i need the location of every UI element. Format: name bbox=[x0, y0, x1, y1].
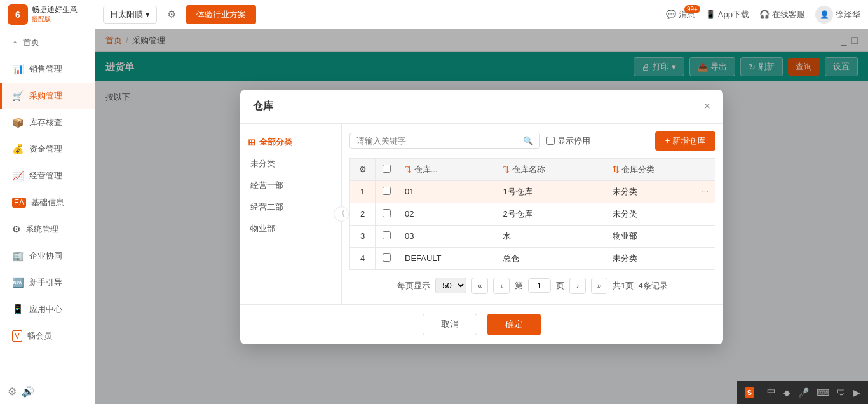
row-name: 2号仓库 bbox=[496, 203, 606, 225]
modal-header: 仓库 × bbox=[240, 90, 723, 124]
category-panel: ⊞ 全部分类 未分类 经营一部 经营二部 物业部 《 bbox=[240, 124, 342, 304]
sidebar-item-home[interactable]: ⌂ 首页 bbox=[0, 29, 95, 56]
table-row[interactable]: 1 01 1号仓库 未分类 ··· bbox=[350, 180, 715, 203]
main-layout: ⌂ 首页 📊 销售管理 🛒 采购管理 📦 库存核查 💰 资金管理 📈 经营管理 … bbox=[0, 29, 868, 404]
messages-badge: 99+ bbox=[684, 5, 700, 13]
logo-area: 6 畅捷通好生意 搭配版 bbox=[8, 4, 103, 25]
table-toolbar: 🔍 显示停用 + 新增仓库 bbox=[349, 131, 715, 151]
sidebar-item-apps[interactable]: 📱 应用中心 bbox=[0, 296, 95, 323]
sidebar-item-finance[interactable]: 💰 资金管理 bbox=[0, 136, 95, 163]
settings-bottom-icon[interactable]: ⚙ bbox=[8, 386, 17, 398]
base-icon: EA bbox=[12, 198, 26, 208]
category-item-unclassified[interactable]: 未分类 bbox=[240, 153, 341, 175]
sort-icon2: ⇅ bbox=[503, 165, 510, 174]
top-header: 6 畅捷通好生意 搭配版 日太阳膜 ▾ ⚙ 体验行业方案 💬 消息 99+ 📱 … bbox=[0, 0, 868, 29]
page-number-input[interactable] bbox=[528, 278, 551, 293]
row-code: DEFAULT bbox=[398, 247, 496, 269]
message-icon: 💬 bbox=[666, 10, 676, 19]
enterprise-icon: 🏢 bbox=[12, 250, 24, 262]
row-checkbox[interactable] bbox=[376, 225, 398, 247]
first-page-button[interactable]: « bbox=[471, 278, 488, 294]
row-category: 未分类 ··· bbox=[606, 180, 715, 203]
table-row[interactable]: 2 02 2号仓库 未分类 bbox=[350, 203, 715, 225]
category-item-ops1[interactable]: 经营一部 bbox=[240, 175, 341, 196]
show-disabled-label[interactable]: 显示停用 bbox=[546, 135, 590, 147]
row-category: 未分类 bbox=[606, 203, 715, 225]
table-row[interactable]: 3 03 水 物业部 bbox=[350, 225, 715, 247]
sort-icon: ⇅ bbox=[405, 165, 412, 174]
next-page-button[interactable]: › bbox=[569, 278, 586, 294]
app-download-item[interactable]: 📱 App下载 bbox=[705, 9, 749, 20]
chinese-input-icon[interactable]: 中 bbox=[767, 387, 776, 398]
messages-item[interactable]: 💬 消息 99+ bbox=[666, 9, 695, 20]
table-panel: 🔍 显示停用 + 新增仓库 bbox=[342, 124, 723, 304]
trial-button[interactable]: 体验行业方案 bbox=[186, 5, 256, 24]
row-category: 物业部 bbox=[606, 225, 715, 247]
prev-page-button[interactable]: ‹ bbox=[493, 278, 510, 294]
sort-icon3: ⇅ bbox=[613, 165, 620, 174]
sidebar-item-operations[interactable]: 📈 经营管理 bbox=[0, 163, 95, 189]
speaker-icon[interactable]: 🔊 bbox=[22, 386, 34, 398]
user-item[interactable]: 👤 徐泽华 bbox=[815, 6, 860, 24]
sidebar-item-enterprise[interactable]: 🏢 企业协同 bbox=[0, 243, 95, 269]
header-right: 💬 消息 99+ 📱 App下载 🎧 在线客服 👤 徐泽华 bbox=[666, 6, 860, 24]
table-body: 1 01 1号仓库 未分类 ··· bbox=[350, 180, 715, 269]
logo-text: 畅捷通好生意 搭配版 bbox=[32, 5, 78, 24]
keyboard-icon[interactable]: ⌨ bbox=[817, 387, 829, 398]
table-row[interactable]: 4 DEFAULT 总仓 未分类 bbox=[350, 247, 715, 269]
settings-icon[interactable]: ⚙ bbox=[162, 5, 181, 24]
search-input[interactable] bbox=[356, 136, 519, 145]
modal-title: 仓库 bbox=[253, 100, 273, 113]
play-icon[interactable]: ▶ bbox=[853, 387, 860, 398]
bottom-taskbar: S 中 ◆ 🎤 ⌨ 🛡 ▶ bbox=[737, 381, 868, 404]
col-category[interactable]: ⇅ 仓库分类 bbox=[606, 158, 715, 180]
apps-icon: 📱 bbox=[12, 304, 24, 315]
modal-overlay[interactable]: 仓库 × ⊞ 全部分类 未分类 经营一部 经营二部 物业部 bbox=[95, 29, 868, 404]
sidebar-item-member[interactable]: V 畅会员 bbox=[0, 323, 95, 349]
confirm-button[interactable]: 确定 bbox=[487, 314, 541, 335]
sidebar-item-sales[interactable]: 📊 销售管理 bbox=[0, 56, 95, 83]
all-categories-item[interactable]: ⊞ 全部分类 bbox=[240, 131, 341, 153]
category-item-ops2[interactable]: 经营二部 bbox=[240, 196, 341, 218]
warehouse-modal: 仓库 × ⊞ 全部分类 未分类 经营一部 经营二部 物业部 bbox=[240, 90, 723, 344]
logo-icon: 6 bbox=[8, 4, 28, 25]
row-checkbox[interactable] bbox=[376, 247, 398, 269]
sidebar-item-purchase[interactable]: 🛒 采购管理 bbox=[0, 83, 95, 109]
col-code[interactable]: ⇅ 仓库... bbox=[398, 158, 496, 180]
col-checkbox bbox=[376, 158, 398, 180]
sidebar-item-base[interactable]: EA 基础信息 bbox=[0, 189, 95, 216]
row-code: 03 bbox=[398, 225, 496, 247]
guide-icon: 🆕 bbox=[12, 277, 24, 288]
store-selector[interactable]: 日太阳膜 ▾ bbox=[103, 6, 157, 24]
system-icon: ⚙ bbox=[12, 224, 20, 235]
diamond-icon[interactable]: ◆ bbox=[783, 387, 790, 398]
per-page-select[interactable]: 50 bbox=[435, 278, 466, 293]
warehouse-table: ⚙ ⇅ 仓库... bbox=[349, 158, 715, 270]
finance-icon: 💰 bbox=[12, 144, 24, 155]
sidebar-item-inventory[interactable]: 📦 库存核查 bbox=[0, 109, 95, 136]
mic-icon[interactable]: 🎤 bbox=[798, 387, 809, 398]
inventory-icon: 📦 bbox=[12, 117, 24, 128]
shield-icon[interactable]: 🛡 bbox=[837, 387, 846, 398]
sidebar-item-system[interactable]: ⚙ 系统管理 bbox=[0, 216, 95, 243]
collapse-panel-button[interactable]: 《 bbox=[334, 206, 349, 222]
home-icon: ⌂ bbox=[12, 37, 18, 48]
category-item-property[interactable]: 物业部 bbox=[240, 218, 341, 239]
add-warehouse-button[interactable]: + 新增仓库 bbox=[655, 131, 715, 151]
sidebar: ⌂ 首页 📊 销售管理 🛒 采购管理 📦 库存核查 💰 资金管理 📈 经营管理 … bbox=[0, 29, 95, 404]
last-page-button[interactable]: » bbox=[591, 278, 607, 294]
row-more-icon[interactable]: ··· bbox=[702, 186, 709, 196]
show-disabled-checkbox[interactable] bbox=[546, 137, 555, 145]
customer-service-item[interactable]: 🎧 在线客服 bbox=[759, 9, 805, 20]
header-center: 日太阳膜 ▾ ⚙ 体验行业方案 bbox=[103, 5, 666, 24]
row-checkbox[interactable] bbox=[376, 180, 398, 203]
search-icon: 🔍 bbox=[523, 136, 533, 145]
cancel-button[interactable]: 取消 bbox=[423, 314, 477, 335]
sidebar-item-guide[interactable]: 🆕 新手引导 bbox=[0, 269, 95, 296]
select-all-checkbox[interactable] bbox=[383, 165, 391, 173]
modal-close-button[interactable]: × bbox=[703, 100, 710, 112]
col-settings: ⚙ bbox=[350, 158, 376, 180]
row-checkbox[interactable] bbox=[376, 203, 398, 225]
col-name[interactable]: ⇅ 仓库名称 bbox=[496, 158, 606, 180]
row-name: 总仓 bbox=[496, 247, 606, 269]
